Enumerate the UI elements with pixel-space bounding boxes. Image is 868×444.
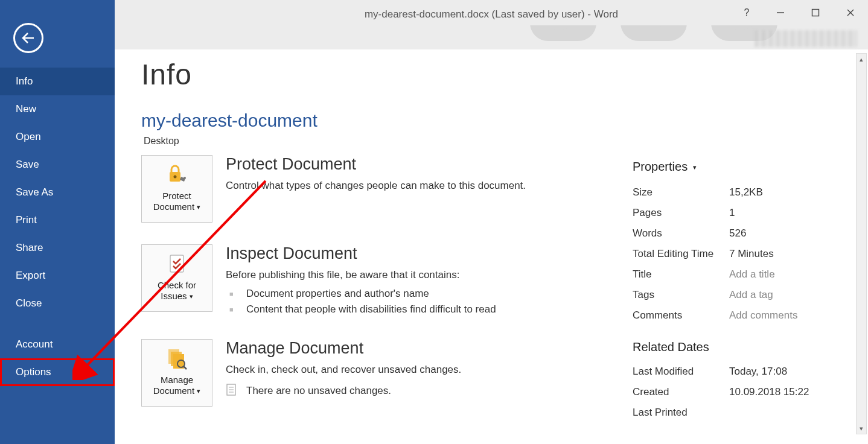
- scroll-down-icon[interactable]: ▾: [857, 423, 866, 434]
- protect-heading: Protect Document: [226, 155, 526, 174]
- property-row: Pages1: [633, 203, 832, 223]
- property-row[interactable]: TitleAdd a title: [633, 264, 832, 285]
- lock-icon: [144, 162, 209, 187]
- backstage-sidebar: Info New Open Save Save As Print Share E…: [0, 0, 115, 444]
- inspect-item: Content that people with disabilities fi…: [226, 302, 496, 317]
- sidebar-item-info[interactable]: Info: [0, 68, 115, 95]
- inspect-icon: [144, 251, 209, 276]
- sidebar-item-label: Close: [16, 297, 42, 309]
- property-row: Total Editing Time7 Minutes: [633, 244, 832, 264]
- chevron-down-icon: ▾: [190, 293, 193, 300]
- help-button[interactable]: ?: [730, 0, 763, 25]
- sidebar-item-open[interactable]: Open: [0, 123, 115, 151]
- content-pane: Info my-dearest-document Desktop: [115, 49, 856, 444]
- properties-heading[interactable]: Properties ▾: [633, 160, 832, 174]
- sidebar-item-label: Account: [16, 338, 53, 350]
- sidebar-item-label: Options: [16, 366, 51, 378]
- sidebar-item-label: Save As: [16, 186, 53, 198]
- manage-icon: [144, 346, 209, 371]
- property-row: Size15,2KB: [633, 182, 832, 203]
- date-row: Last ModifiedToday, 17:08: [633, 361, 832, 382]
- chevron-down-icon: ▾: [197, 387, 200, 395]
- sidebar-item-export[interactable]: Export: [0, 262, 115, 290]
- sidebar-item-label: New: [16, 103, 36, 115]
- manage-document-button[interactable]: Manage Document ▾: [141, 339, 212, 407]
- close-button[interactable]: [833, 0, 868, 25]
- sidebar-item-save-as[interactable]: Save As: [0, 179, 115, 206]
- property-row[interactable]: CommentsAdd comments: [633, 305, 832, 326]
- date-row: Created10.09.2018 15:22: [633, 382, 832, 402]
- svg-point-7: [183, 177, 186, 179]
- sidebar-item-label: Print: [16, 214, 37, 226]
- document-name[interactable]: my-dearest-document: [141, 110, 832, 131]
- sidebar-item-save[interactable]: Save: [0, 151, 115, 179]
- sidebar-item-label: Export: [16, 270, 45, 281]
- sidebar-item-account[interactable]: Account: [0, 331, 115, 358]
- back-button[interactable]: [13, 23, 43, 53]
- protect-document-button[interactable]: Protect Document ▾: [141, 155, 212, 223]
- related-dates-heading: Related Dates: [633, 340, 832, 354]
- sidebar-item-label: Info: [16, 75, 33, 87]
- protect-description: Control what types of changes people can…: [226, 179, 526, 193]
- svg-rect-1: [812, 10, 819, 16]
- document-icon: [226, 383, 238, 399]
- maximize-button[interactable]: [798, 0, 833, 25]
- minimize-button[interactable]: [763, 0, 798, 25]
- svg-line-13: [183, 366, 187, 369]
- page-title: Info: [141, 58, 832, 91]
- date-row: Last Printed: [633, 402, 832, 423]
- property-row: Words526: [633, 223, 832, 244]
- sidebar-item-share[interactable]: Share: [0, 234, 115, 262]
- button-label: Manage Document: [153, 375, 194, 396]
- sidebar-item-print[interactable]: Print: [0, 206, 115, 234]
- document-location: Desktop: [144, 136, 832, 147]
- manage-heading: Manage Document: [226, 339, 461, 358]
- sidebar-item-options[interactable]: Options: [0, 358, 115, 386]
- property-row[interactable]: TagsAdd a tag: [633, 285, 832, 305]
- account-name[interactable]: [755, 30, 857, 47]
- inspect-description: Before publishing this file, be aware th…: [226, 268, 496, 282]
- check-for-issues-button[interactable]: Check for Issues ▾: [141, 244, 212, 312]
- inspect-heading: Inspect Document: [226, 244, 496, 263]
- sidebar-item-new[interactable]: New: [0, 95, 115, 123]
- sidebar-item-label: Save: [16, 159, 39, 170]
- vertical-scrollbar[interactable]: ▴ ▾: [856, 53, 867, 434]
- chevron-down-icon: ▾: [693, 163, 697, 171]
- inspect-item: Document properties and author's name: [226, 286, 496, 302]
- manage-note: There are no unsaved changes.: [246, 385, 391, 397]
- svg-point-6: [174, 176, 177, 179]
- manage-description: Check in, check out, and recover unsaved…: [226, 363, 461, 377]
- svg-rect-8: [170, 255, 183, 272]
- sidebar-item-close[interactable]: Close: [0, 290, 115, 317]
- sidebar-item-label: Open: [16, 131, 41, 142]
- scroll-up-icon[interactable]: ▴: [857, 54, 866, 65]
- chevron-down-icon: ▾: [197, 203, 200, 211]
- sidebar-item-label: Share: [16, 242, 43, 253]
- button-label: Protect Document: [153, 191, 194, 212]
